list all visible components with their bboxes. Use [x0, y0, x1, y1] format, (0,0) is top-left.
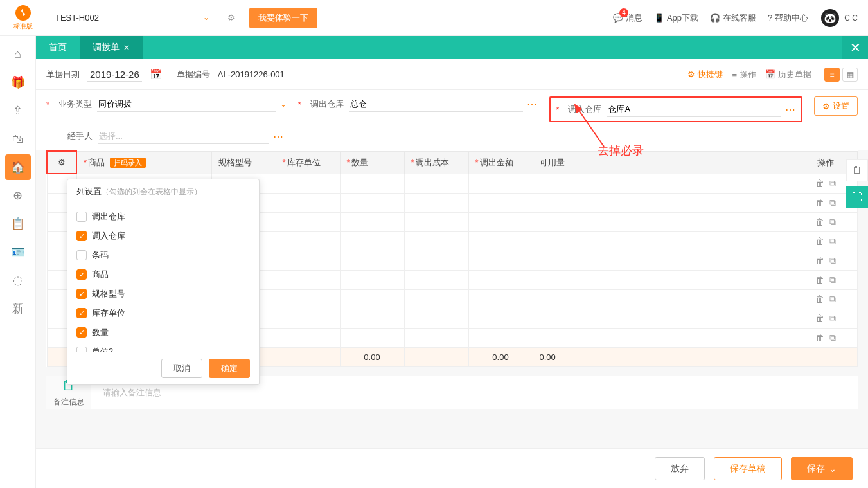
messages-link[interactable]: 💬 消息 4 — [613, 12, 642, 24]
more-icon[interactable]: ⋯ — [527, 98, 538, 111]
in-wh-input[interactable] — [607, 102, 781, 117]
nav-sync-icon[interactable]: ◌ — [5, 267, 31, 293]
history-link[interactable]: 📅历史单据 — [765, 69, 811, 80]
close-icon[interactable]: ✕ — [123, 43, 130, 52]
delete-icon[interactable]: 🗑 — [815, 255, 824, 266]
nav-export-icon[interactable]: ⇪ — [5, 98, 31, 123]
checkbox-icon — [76, 250, 87, 260]
nav-home-icon[interactable]: ⌂ — [5, 41, 31, 67]
operate-link[interactable]: ≡操作 — [732, 69, 756, 80]
calendar-icon[interactable]: 📅 — [150, 68, 163, 80]
delete-icon[interactable]: 🗑 — [815, 313, 824, 323]
handler-input[interactable] — [98, 129, 269, 144]
checkbox-icon: ✓ — [76, 231, 87, 241]
column-option[interactable]: 调出仓库 — [67, 207, 259, 226]
delete-icon[interactable]: 🗑 — [815, 236, 824, 246]
doc-no-label: 单据编号 — [177, 69, 210, 80]
org-selector[interactable]: TEST-H002 ⌄ — [49, 8, 216, 28]
delete-icon[interactable]: 🗑 — [815, 178, 824, 188]
column-option[interactable]: 单位2 — [67, 342, 259, 352]
column-option[interactable]: ✓数量 — [67, 323, 259, 342]
logo: 标准版 — [10, 5, 36, 31]
doc-date-value[interactable]: 2019-12-26 — [87, 68, 142, 82]
confirm-button[interactable]: 确定 — [209, 359, 250, 378]
header-settings-button[interactable]: ⚙ — [221, 8, 242, 28]
column-settings-button[interactable]: ⚙ — [47, 151, 76, 174]
column-option[interactable]: ✓商品 — [67, 265, 259, 284]
column-option-label: 调出仓库 — [92, 211, 125, 222]
scan-entry-badge[interactable]: 扫码录入 — [110, 158, 146, 168]
copy-icon[interactable]: ⧉ — [829, 275, 836, 285]
nav-new-icon[interactable]: 新 — [5, 296, 31, 321]
avatar[interactable]: 🐼 — [821, 9, 839, 27]
more-icon[interactable]: ⋯ — [785, 104, 796, 116]
col-unit: *库存单位 — [276, 151, 340, 174]
total-qty: 0.00 — [340, 347, 404, 366]
tab-transfer-doc[interactable]: 调拨单 ✕ — [80, 36, 143, 59]
logo-label: 标准版 — [10, 22, 36, 31]
delete-icon[interactable]: 🗑 — [815, 332, 824, 343]
chevron-down-icon[interactable]: ⌄ — [280, 100, 287, 109]
column-option[interactable]: 条码 — [67, 246, 259, 265]
col-qty: *数量 — [340, 151, 404, 174]
question-icon: ? — [768, 13, 772, 23]
checkbox-icon: ✓ — [76, 327, 87, 338]
float-expand-button[interactable]: ⛶ — [846, 186, 868, 208]
save-draft-button[interactable]: 保存草稿 — [714, 457, 782, 480]
copy-icon[interactable]: ⧉ — [829, 236, 836, 246]
tab-home[interactable]: 首页 — [36, 36, 80, 59]
delete-icon[interactable]: 🗑 — [815, 294, 824, 304]
column-option[interactable]: ✓库存单位 — [67, 303, 259, 323]
help-link[interactable]: ? 帮助中心 — [768, 12, 808, 24]
column-option[interactable]: ✓调入仓库 — [67, 226, 259, 246]
nav-clipboard-icon[interactable]: 📋 — [5, 211, 31, 237]
delete-icon[interactable]: 🗑 — [815, 217, 824, 227]
popover-items[interactable]: 调出仓库✓调入仓库条码✓商品✓规格型号✓库存单位✓数量单位2 — [67, 204, 259, 352]
copy-icon[interactable]: ⧉ — [829, 178, 836, 188]
required-mark: * — [46, 100, 49, 109]
view-list-button[interactable]: ≡ — [824, 68, 840, 82]
discard-button[interactable]: 放弃 — [655, 457, 705, 480]
view-grid-button[interactable]: ▦ — [842, 68, 858, 82]
shortcut-link[interactable]: ⚙快捷键 — [687, 69, 723, 80]
more-icon[interactable]: ⋯ — [273, 131, 284, 143]
copy-icon[interactable]: ⧉ — [829, 255, 836, 266]
save-button[interactable]: 保存⌄ — [791, 457, 853, 480]
nav-warehouse-icon[interactable]: 🏠 — [5, 154, 31, 180]
tab-strip: 首页 调拨单 ✕ ✕ — [36, 36, 868, 59]
org-selector-value: TEST-H002 — [55, 13, 99, 23]
out-wh-input[interactable] — [349, 96, 524, 112]
delete-icon[interactable]: 🗑 — [815, 197, 824, 208]
float-note-button[interactable]: 🗒 — [846, 159, 868, 181]
nav-gift-icon[interactable]: 🎁 — [5, 69, 31, 95]
copy-icon[interactable]: ⧉ — [829, 294, 836, 304]
column-option-label: 数量 — [92, 327, 109, 338]
experience-button[interactable]: 我要体验一下 — [249, 8, 317, 28]
nav-id-icon[interactable]: 🪪 — [5, 239, 31, 265]
copy-icon[interactable]: ⧉ — [829, 217, 836, 227]
biz-type-input[interactable] — [97, 96, 276, 112]
field-handler: 经手人 ⋯ — [46, 129, 284, 144]
cancel-button[interactable]: 取消 — [161, 359, 202, 378]
nav-money-icon[interactable]: ⊕ — [5, 183, 31, 208]
user-name: C C — [844, 14, 858, 23]
tab-home-label: 首页 — [49, 42, 67, 53]
app-download-link[interactable]: 📱 App下载 — [654, 12, 698, 24]
close-panel-button[interactable]: ✕ — [842, 36, 868, 59]
col-amount: *调出金额 — [468, 151, 533, 174]
service-link[interactable]: 🎧 在线客服 — [710, 12, 756, 24]
gear-icon: ⚙ — [822, 102, 830, 111]
delete-icon[interactable]: 🗑 — [815, 275, 824, 285]
headset-icon: 🎧 — [710, 13, 720, 23]
settings-button[interactable]: ⚙设置 — [814, 96, 858, 116]
copy-icon[interactable]: ⧉ — [829, 332, 836, 343]
checkbox-icon: ✓ — [76, 289, 87, 299]
copy-icon[interactable]: ⧉ — [829, 197, 836, 208]
copy-icon[interactable]: ⧉ — [829, 313, 836, 323]
column-option[interactable]: ✓规格型号 — [67, 284, 259, 303]
doc-date-label: 单据日期 — [46, 69, 80, 80]
tab-doc-label: 调拨单 — [93, 42, 120, 53]
nav-bag-icon[interactable]: 🛍 — [5, 126, 31, 152]
help-label: 帮助中心 — [775, 12, 808, 24]
biz-type-label: 业务类型 — [53, 98, 92, 110]
